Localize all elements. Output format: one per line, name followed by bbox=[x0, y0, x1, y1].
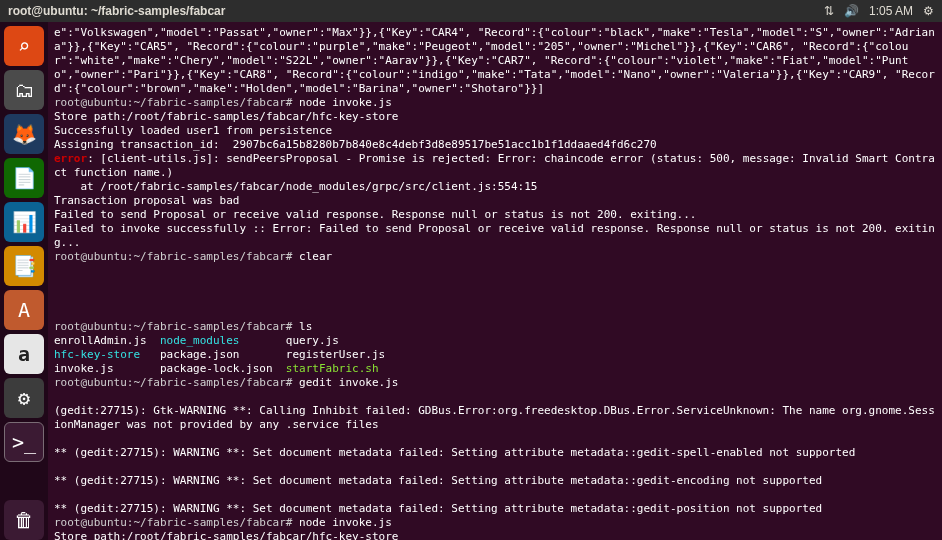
output-line: Store path:/root/fabric-samples/fabcar/h… bbox=[54, 110, 398, 123]
firefox-icon[interactable]: 🦊 bbox=[4, 114, 44, 154]
clock[interactable]: 1:05 AM bbox=[869, 4, 913, 18]
ls-exec: startFabric.sh bbox=[286, 362, 379, 375]
prompt: root@ubuntu:~/fabric-samples/fabcar# bbox=[54, 376, 292, 389]
dash-icon[interactable]: ⌕ bbox=[4, 26, 44, 66]
terminal-output[interactable]: e":"Volkswagen","model":"Passat","owner"… bbox=[48, 22, 942, 540]
system-tray: ⇅ 🔊 1:05 AM ⚙ bbox=[824, 4, 934, 18]
sound-icon[interactable]: 🔊 bbox=[844, 4, 859, 18]
prompt: root@ubuntu:~/fabric-samples/fabcar# bbox=[54, 250, 292, 263]
ls-file: enrollAdmin.js bbox=[54, 334, 160, 347]
top-menu-bar: root@ubuntu: ~/fabric-samples/fabcar ⇅ 🔊… bbox=[0, 0, 942, 22]
command: node invoke.js bbox=[292, 96, 391, 109]
prompt: root@ubuntu:~/fabric-samples/fabcar# bbox=[54, 320, 292, 333]
libreoffice-writer-icon[interactable]: 📄 bbox=[4, 158, 44, 198]
command: clear bbox=[292, 250, 332, 263]
ls-file: invoke.js package-lock.json bbox=[54, 362, 286, 375]
ls-file: query.js bbox=[239, 334, 338, 347]
terminal-icon[interactable]: >_ bbox=[4, 422, 44, 462]
libreoffice-calc-icon[interactable]: 📊 bbox=[4, 202, 44, 242]
amazon-icon[interactable]: a bbox=[4, 334, 44, 374]
command: node invoke.js bbox=[292, 516, 391, 529]
output-line: Successfully loaded user1 from persisten… bbox=[54, 124, 332, 137]
network-icon[interactable]: ⇅ bbox=[824, 4, 834, 18]
prompt: root@ubuntu:~/fabric-samples/fabcar# bbox=[54, 96, 292, 109]
trash-icon[interactable]: 🗑 bbox=[4, 500, 44, 540]
libreoffice-impress-icon[interactable]: 📑 bbox=[4, 246, 44, 286]
output-line: : [client-utils.js]: sendPeersProposal -… bbox=[54, 152, 935, 179]
output-line: Store path:/root/fabric-samples/fabcar/h… bbox=[54, 530, 398, 540]
ls-dir: node_modules bbox=[160, 334, 239, 347]
output-line: ** (gedit:27715): WARNING **: Set docume… bbox=[54, 502, 822, 515]
files-icon[interactable]: 🗂 bbox=[4, 70, 44, 110]
output-line: ** (gedit:27715): WARNING **: Set docume… bbox=[54, 474, 822, 487]
ubuntu-software-icon[interactable]: A bbox=[4, 290, 44, 330]
command: gedit invoke.js bbox=[292, 376, 398, 389]
output-line: e":"Volkswagen","model":"Passat","owner"… bbox=[54, 26, 935, 95]
output-line: Failed to invoke successfully :: Error: … bbox=[54, 222, 935, 249]
ls-dir: hfc-key-store bbox=[54, 348, 140, 361]
command: ls bbox=[292, 320, 312, 333]
output-line: (gedit:27715): Gtk-WARNING **: Calling I… bbox=[54, 404, 935, 431]
gear-icon[interactable]: ⚙ bbox=[923, 4, 934, 18]
unity-launcher: ⌕ 🗂 🦊 📄 📊 📑 A a ⚙ >_ 🗑 bbox=[0, 22, 48, 540]
error-label: error bbox=[54, 152, 87, 165]
output-line: ** (gedit:27715): WARNING **: Set docume… bbox=[54, 446, 855, 459]
output-line: Assigning transaction_id: 2907bc6a15b828… bbox=[54, 138, 657, 151]
window-title: root@ubuntu: ~/fabric-samples/fabcar bbox=[8, 4, 824, 18]
ls-file: package.json registerUser.js bbox=[140, 348, 385, 361]
output-line: Transaction proposal was bad bbox=[54, 194, 239, 207]
output-line: at /root/fabric-samples/fabcar/node_modu… bbox=[54, 180, 537, 193]
settings-icon[interactable]: ⚙ bbox=[4, 378, 44, 418]
output-line: Failed to send Proposal or receive valid… bbox=[54, 208, 696, 221]
prompt: root@ubuntu:~/fabric-samples/fabcar# bbox=[54, 516, 292, 529]
